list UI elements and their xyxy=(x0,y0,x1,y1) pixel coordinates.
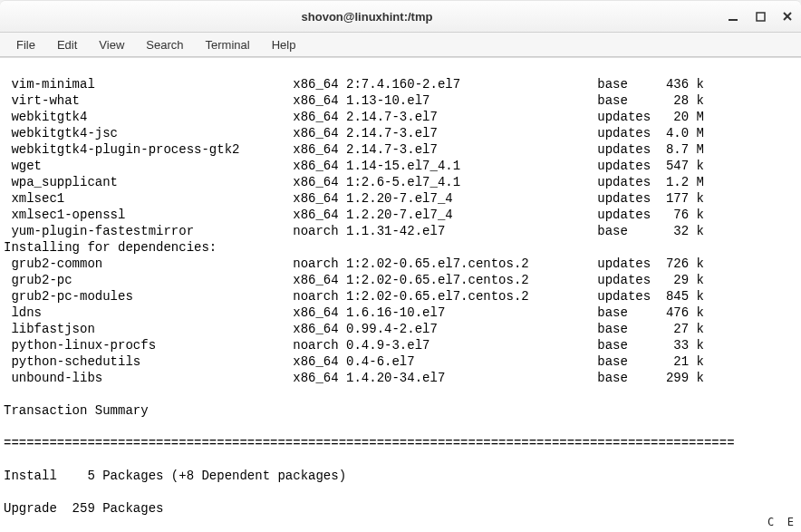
dependency-list: grub2-common noarch 1:2.02-0.65.el7.cent… xyxy=(4,256,797,386)
package-row: xmlsec1-openssl x86_64 1.2.20-7.el7_4 up… xyxy=(4,207,797,223)
dependency-row: ldns x86_64 1.6.16-10.el7 base 476 k xyxy=(4,305,797,321)
menu-file[interactable]: File xyxy=(7,34,44,55)
deps-header: Installing for dependencies: xyxy=(4,239,797,256)
dependency-row: python-schedutils x86_64 0.4-6.el7 base … xyxy=(4,353,797,370)
package-row: xmlsec1 x86_64 1.2.20-7.el7_4 updates 17… xyxy=(4,190,797,207)
svg-rect-1 xyxy=(757,13,765,21)
dependency-row: libfastjson x86_64 0.99.4-2.el7 base 27 … xyxy=(4,321,797,337)
dependency-row: grub2-common noarch 1:2.02-0.65.el7.cent… xyxy=(4,256,797,272)
package-row: webkitgtk4-plugin-process-gtk2 x86_64 2.… xyxy=(4,141,797,158)
menu-search[interactable]: Search xyxy=(137,34,192,55)
package-row: wpa_supplicant x86_64 1:2.6-5.el7_4.1 up… xyxy=(4,174,797,190)
statusbar-text: C E xyxy=(767,514,794,530)
summary-header: Transaction Summary xyxy=(4,402,797,419)
dependency-row: grub2-pc x86_64 1:2.02-0.65.el7.centos.2… xyxy=(4,272,797,288)
package-row: webkitgtk4-jsc x86_64 2.14.7-3.el7 updat… xyxy=(4,125,797,141)
terminal-output[interactable]: vim-minimal x86_64 2:7.4.160-2.el7 base … xyxy=(0,58,801,532)
package-row: vim-minimal x86_64 2:7.4.160-2.el7 base … xyxy=(4,76,797,92)
summary-install: Install 5 Packages (+8 Dependent package… xyxy=(4,468,797,484)
package-row: webkitgtk4 x86_64 2.14.7-3.el7 updates 2… xyxy=(4,109,797,125)
window-controls xyxy=(727,10,794,23)
dependency-row: python-linux-procfs noarch 0.4.9-3.el7 b… xyxy=(4,337,797,353)
summary-upgrade: Upgrade 259 Packages xyxy=(4,500,797,517)
menubar: File Edit View Search Terminal Help xyxy=(0,33,801,58)
package-row: wget x86_64 1.14-15.el7_4.1 updates 547 … xyxy=(4,158,797,174)
menu-view[interactable]: View xyxy=(90,34,133,55)
close-icon[interactable] xyxy=(781,10,794,23)
maximize-icon[interactable] xyxy=(754,10,767,23)
summary-divider: ========================================… xyxy=(4,435,797,451)
dependency-row: grub2-pc-modules noarch 1:2.02-0.65.el7.… xyxy=(4,288,797,305)
window-titlebar: shovon@linuxhint:/tmp xyxy=(0,0,801,33)
window-title: shovon@linuxhint:/tmp xyxy=(7,10,727,24)
menu-help[interactable]: Help xyxy=(263,34,305,55)
package-list: vim-minimal x86_64 2:7.4.160-2.el7 base … xyxy=(4,76,797,239)
menu-terminal[interactable]: Terminal xyxy=(197,34,259,55)
package-row: virt-what x86_64 1.13-10.el7 base 28 k xyxy=(4,92,797,109)
menu-edit[interactable]: Edit xyxy=(48,34,86,55)
minimize-icon[interactable] xyxy=(727,10,739,23)
dependency-row: unbound-libs x86_64 1.4.20-34.el7 base 2… xyxy=(4,370,797,386)
package-row: yum-plugin-fastestmirror noarch 1.1.31-4… xyxy=(4,223,797,239)
